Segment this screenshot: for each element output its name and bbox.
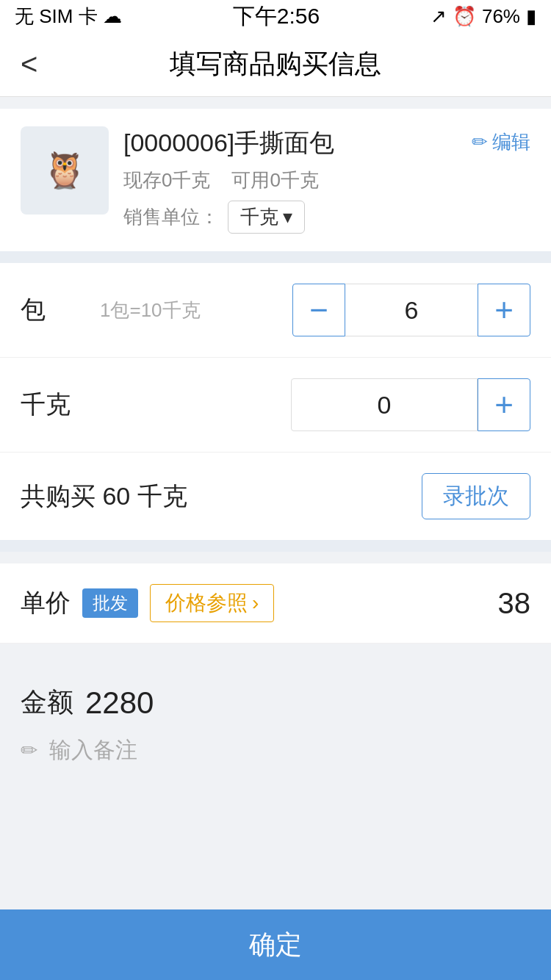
- bao-plus-button[interactable]: +: [478, 284, 530, 336]
- section-divider-2: [0, 540, 551, 552]
- bao-input[interactable]: [345, 284, 478, 336]
- confirm-button[interactable]: 确定: [0, 909, 551, 980]
- bao-minus-button[interactable]: −: [292, 284, 345, 336]
- price-row: 单价 批发 价格参照 › 38: [0, 563, 551, 644]
- stock-label: 现存0千克: [123, 169, 210, 191]
- main-content: 🦉 [0000006]手撕面包 现存0千克 可用0千克 销售单位： 千克 ▾ ✏…: [0, 109, 551, 857]
- bao-controls: − +: [292, 284, 530, 336]
- edit-button[interactable]: ✏ 编辑: [472, 129, 530, 155]
- unit-value: 千克: [240, 204, 278, 230]
- kg-controls: +: [291, 378, 530, 431]
- kg-input-row: 千克 +: [0, 358, 551, 453]
- remark-row[interactable]: ✏ 输入备注: [21, 728, 530, 786]
- input-section: 包 1包=10千克 − + 千克 +: [0, 263, 551, 453]
- pencil-icon: ✏: [21, 738, 37, 763]
- battery-label: 76%: [482, 5, 520, 28]
- product-stock: 现存0千克 可用0千克: [123, 167, 530, 193]
- product-thumbnail: 🦉: [21, 126, 109, 215]
- summary-row: 共购买 60 千克 录批次: [0, 453, 551, 540]
- product-info: [0000006]手撕面包 现存0千克 可用0千克 销售单位： 千克 ▾: [123, 126, 530, 234]
- section-divider-1: [0, 251, 551, 263]
- product-name: [0000006]手撕面包: [123, 126, 530, 160]
- edit-label: 编辑: [492, 129, 530, 155]
- alarm-icon: ⏰: [453, 5, 476, 28]
- battery-icon: ▮: [526, 5, 536, 28]
- price-value: 38: [498, 587, 531, 620]
- back-button[interactable]: <: [21, 48, 37, 81]
- product-image-icon: 🦉: [43, 150, 87, 191]
- bao-sublabel: 1包=10千克: [100, 298, 201, 323]
- price-ref-button[interactable]: 价格参照 ›: [150, 584, 274, 622]
- sim-label: 无 SIM 卡 ☁: [15, 4, 122, 29]
- product-unit-row: 销售单位： 千克 ▾: [123, 201, 530, 234]
- status-left: 无 SIM 卡 ☁: [15, 4, 122, 29]
- page-title: 填写商品购买信息: [170, 46, 381, 82]
- kg-plus-button[interactable]: +: [478, 378, 530, 431]
- edit-icon: ✏: [472, 131, 488, 154]
- amount-section: 金额 2280 ✏ 输入备注: [0, 644, 551, 786]
- amount-row: 金额 2280: [21, 664, 530, 728]
- nav-bar: < 填写商品购买信息: [0, 32, 551, 97]
- price-ref-arrow-icon: ›: [252, 591, 259, 615]
- available-label: 可用0千克: [231, 169, 318, 191]
- price-section: 单价 批发 价格参照 › 38: [0, 563, 551, 644]
- dropdown-arrow-icon: ▾: [283, 206, 292, 228]
- summary-text: 共购买 60 千克: [21, 480, 187, 514]
- kg-input[interactable]: [291, 378, 478, 431]
- price-type-tag: 批发: [82, 588, 138, 618]
- status-time: 下午2:56: [233, 1, 320, 32]
- price-label: 单价: [21, 586, 71, 620]
- unit-dropdown[interactable]: 千克 ▾: [228, 201, 305, 234]
- unit-label: 销售单位：: [123, 204, 219, 230]
- remark-placeholder: 输入备注: [49, 735, 137, 765]
- status-right: ↗ ⏰ 76% ▮: [431, 5, 536, 28]
- location-icon: ↗: [431, 5, 447, 28]
- kg-label: 千克: [21, 388, 79, 422]
- batch-button[interactable]: 录批次: [422, 473, 530, 519]
- bao-label: 包: [21, 293, 79, 327]
- amount-value: 2280: [85, 685, 154, 721]
- bao-input-row: 包 1包=10千克 − +: [0, 263, 551, 358]
- amount-label: 金额: [21, 685, 73, 721]
- price-ref-label: 价格参照: [165, 589, 248, 617]
- product-card: 🦉 [0000006]手撕面包 现存0千克 可用0千克 销售单位： 千克 ▾ ✏…: [0, 109, 551, 251]
- status-bar: 无 SIM 卡 ☁ 下午2:56 ↗ ⏰ 76% ▮: [0, 0, 551, 32]
